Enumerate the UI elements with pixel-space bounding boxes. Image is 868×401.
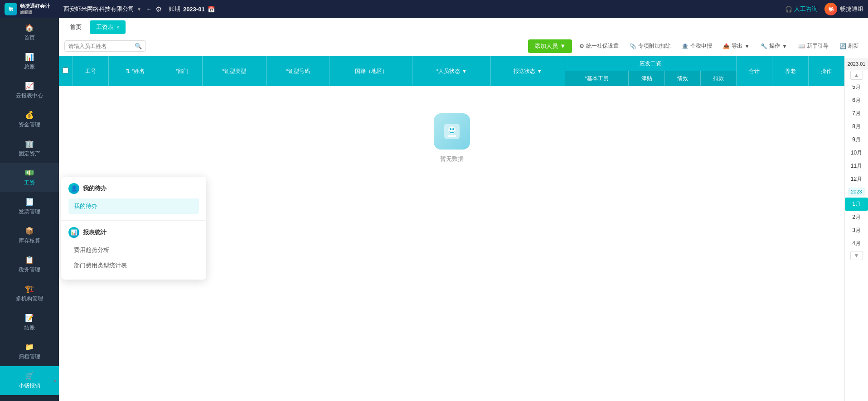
- popup-item-my-todo[interactable]: 我的待办: [68, 198, 199, 214]
- popup-menu: 👤 我的待办 我的待办 📊 报表统计 费用趋势分析 部门费用类型统计表: [61, 177, 206, 280]
- export-label: 导出: [732, 42, 742, 50]
- month-panel-header: 2023.01: [845, 58, 868, 70]
- export-icon: 📤: [723, 43, 730, 49]
- table-header-row1: 工号 ⇅ *姓名 *部门 *证型类型 *证型号码 国籍（地区） *人员状态 ▼ …: [59, 56, 844, 71]
- th-operations: 操作: [808, 56, 844, 86]
- month-2022-5[interactable]: 5月: [845, 81, 868, 94]
- popup-item-dept-cost[interactable]: 部门费用类型统计表: [68, 258, 199, 273]
- select-all-checkbox[interactable]: [63, 68, 68, 73]
- company-selector[interactable]: 西安虾米网络科技有限公司 ▼: [63, 5, 141, 13]
- tab-close-btn[interactable]: ×: [116, 24, 119, 30]
- th-checkbox: [59, 56, 73, 86]
- month-2022-7[interactable]: 7月: [845, 107, 868, 120]
- month-2022-6[interactable]: 6月: [845, 94, 868, 107]
- sidebar-item-archive[interactable]: 📁 归档管理: [0, 337, 59, 366]
- sidebar-item-settings[interactable]: ⚙️ 基础设置: [0, 395, 59, 401]
- month-2023-1[interactable]: 1月: [845, 198, 868, 211]
- social-security-icon: ⚙: [579, 43, 584, 49]
- tax-report-btn[interactable]: 🏦 个税申报: [678, 40, 716, 52]
- funds-icon: 💰: [25, 111, 34, 119]
- sidebar-item-tax[interactable]: 📋 税务管理: [0, 250, 59, 279]
- sidebar-item-close-account[interactable]: 📝 结账: [0, 308, 59, 337]
- sidebar-item-ledger[interactable]: 📊 总账: [0, 47, 59, 76]
- sidebar-item-salary[interactable]: 💵 工资: [0, 163, 59, 192]
- month-2022-9[interactable]: 9月: [845, 133, 868, 146]
- month-2023-4[interactable]: 4月: [845, 237, 868, 250]
- ledger-icon: 📊: [25, 53, 34, 61]
- sidebar-label-close-account: 结账: [24, 324, 35, 332]
- tax-report-label: 个税申报: [690, 42, 712, 50]
- todo-section-label: 我的待办: [83, 184, 107, 193]
- sidebar-label-inventory: 库存核算: [19, 237, 40, 245]
- guide-toolbar-label: 新手引导: [807, 42, 829, 50]
- tab-salary[interactable]: 工资表 ×: [90, 20, 126, 34]
- month-2023-2[interactable]: 2月: [845, 211, 868, 224]
- user-area[interactable]: 畅 畅捷通组: [824, 3, 863, 15]
- user-avatar: 畅: [824, 3, 837, 15]
- empty-state: 暂无数据: [59, 86, 844, 190]
- sidebar-item-invoice[interactable]: 🧾 发票管理: [0, 192, 59, 221]
- support-button[interactable]: 🎧 人工咨询: [785, 5, 818, 13]
- reports-section-label: 报表统计: [83, 228, 107, 237]
- multi-org-icon: 🏗️: [25, 285, 34, 293]
- sidebar-item-inventory[interactable]: 📦 库存核算: [0, 221, 59, 250]
- period-value: 2023-01: [183, 6, 205, 13]
- headset-icon: 🎧: [785, 6, 792, 13]
- empty-text: 暂无数据: [440, 155, 464, 163]
- app-logo: 畅: [5, 3, 17, 15]
- sidebar-item-funds[interactable]: 💰 资金管理: [0, 105, 59, 134]
- month-nav-up[interactable]: ▲: [850, 71, 863, 80]
- month-2022-11[interactable]: 11月: [845, 159, 868, 173]
- top-right-area: 🎧 人工咨询 畅 畅捷通组: [785, 3, 863, 15]
- operation-label: 操作: [769, 42, 780, 50]
- social-security-btn[interactable]: ⚙ 统一社保设置: [576, 40, 622, 52]
- sidebar-item-assets[interactable]: 🏢 固定资产: [0, 134, 59, 163]
- sidebar-label-funds: 资金管理: [19, 121, 40, 129]
- operation-btn[interactable]: 🔧 操作 ▼: [757, 40, 791, 52]
- special-deduct-btn[interactable]: 📎 专项附加扣除: [626, 40, 674, 52]
- sidebar-label-expense: 小畅报销: [19, 382, 40, 390]
- export-btn[interactable]: 📤 导出 ▼: [719, 40, 753, 52]
- company-arrow-icon: ▼: [137, 7, 141, 12]
- sidebar-label-home: 首页: [24, 34, 35, 42]
- th-nationality: 国籍（地区）: [330, 56, 412, 86]
- month-nav-down[interactable]: ▼: [850, 251, 863, 260]
- tab-home[interactable]: 首页: [63, 20, 88, 34]
- sidebar-item-home[interactable]: 🏠 首页: [0, 18, 59, 47]
- add-company-btn[interactable]: ＋: [146, 5, 152, 13]
- th-allowance: 津贴: [629, 71, 664, 86]
- archive-icon: 📁: [25, 343, 34, 351]
- sidebar-arrow-icon: ◀: [53, 378, 56, 383]
- reports-icon: 📈: [25, 82, 34, 90]
- th-employee-id: 工号: [73, 56, 108, 86]
- settings-btn[interactable]: ⚙: [155, 5, 162, 14]
- popup-item-cost-trend[interactable]: 费用趋势分析: [68, 242, 199, 258]
- popup-section-todo: 👤 我的待办 我的待办: [61, 177, 206, 221]
- sidebar-item-reports[interactable]: 📈 云报表中心: [0, 76, 59, 105]
- th-name: ⇅ *姓名: [108, 56, 162, 86]
- calendar-icon[interactable]: 📅: [208, 6, 215, 13]
- operation-dropdown-icon: ▼: [782, 43, 787, 49]
- todo-section-icon: 👤: [68, 183, 79, 194]
- refresh-btn[interactable]: 🔄 刷新: [836, 40, 863, 52]
- sidebar-label-invoice: 发票管理: [19, 208, 40, 216]
- salary-table: 工号 ⇅ *姓名 *部门 *证型类型 *证型号码 国籍（地区） *人员状态 ▼ …: [59, 56, 844, 86]
- sidebar-item-multi-org[interactable]: 🏗️ 多机构管理: [0, 279, 59, 308]
- guide-btn[interactable]: 📖 新手引导: [795, 40, 832, 52]
- search-wrapper: 🔍: [64, 40, 146, 52]
- search-input[interactable]: [68, 43, 132, 49]
- sidebar-label-reports: 云报表中心: [16, 92, 43, 100]
- add-person-button[interactable]: 添加人员 ▼: [528, 39, 572, 53]
- top-header: 畅 畅捷通好会计 旗舰版 西安虾米网络科技有限公司 ▼ ＋ ⚙ 账期 2023-…: [0, 0, 868, 18]
- sidebar-label-assets: 固定资产: [19, 150, 40, 158]
- month-2022-12[interactable]: 12月: [845, 173, 868, 186]
- app-name: 畅捷通好会计 旗舰版: [20, 3, 50, 15]
- th-id-type: *证型类型: [202, 56, 266, 86]
- month-2022-8[interactable]: 8月: [845, 120, 868, 133]
- sidebar-item-expense[interactable]: 🛒 小畅报销 ◀: [0, 366, 59, 395]
- year-2023-label[interactable]: 2023: [848, 188, 864, 196]
- month-2023-3[interactable]: 3月: [845, 224, 868, 237]
- expense-icon: 🛒: [25, 372, 34, 380]
- svg-point-4: [452, 128, 454, 130]
- month-2022-10[interactable]: 10月: [845, 146, 868, 159]
